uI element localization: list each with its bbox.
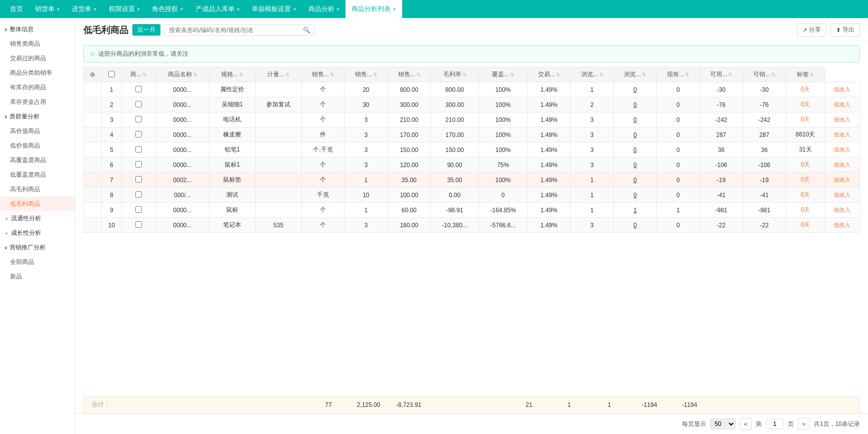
col-tag[interactable]: 标签⇅: [786, 67, 825, 82]
col-coverage[interactable]: 覆盖...⇅: [479, 67, 528, 82]
col-available[interactable]: 可用...⇅: [700, 67, 743, 82]
search-input[interactable]: [169, 27, 303, 34]
views1-link[interactable]: 0: [633, 222, 637, 229]
search-icon[interactable]: 🔍: [303, 27, 310, 34]
sidebar-item-销售类商品[interactable]: 销售类商品: [0, 37, 75, 51]
col-gross-rate[interactable]: 毛利率⇅: [431, 67, 479, 82]
views1-link[interactable]: 0: [633, 162, 637, 169]
col-views1[interactable]: 浏览...⇅: [571, 67, 614, 82]
cell-views2: 0: [656, 173, 700, 188]
sidebar-item-高价值商品[interactable]: 高价值商品: [0, 124, 75, 138]
nav-item-角色授权[interactable]: 角色授权×: [146, 0, 189, 18]
cell-code: 0000...: [155, 142, 209, 158]
sidebar-group-营销推广分析[interactable]: ∨营销推广分析: [0, 240, 75, 255]
nav-item-首页[interactable]: 首页: [4, 0, 29, 18]
nav-close-icon[interactable]: ×: [393, 6, 396, 12]
sidebar-group-类群量分析[interactable]: ∨类群量分析: [0, 109, 75, 124]
nav-close-icon[interactable]: ×: [137, 6, 140, 12]
col-code[interactable]: 商...⇅: [121, 67, 155, 82]
sidebar-item-低毛利商品[interactable]: 低毛利商品: [0, 197, 75, 211]
views1-link[interactable]: 0: [633, 192, 637, 199]
col-settings[interactable]: ⚙: [84, 67, 102, 82]
views1-link[interactable]: 0: [633, 86, 637, 93]
sidebar-item-低覆盖度商品[interactable]: 低覆盖度商品: [0, 168, 75, 182]
sidebar-item-低价值商品[interactable]: 低价值商品: [0, 138, 75, 153]
col-sales-qty[interactable]: 销售...⇅: [301, 67, 344, 82]
row-checkbox[interactable]: [135, 101, 142, 107]
cell-sales-profit: 90.00: [431, 158, 479, 173]
views1-link[interactable]: 0: [633, 131, 637, 138]
nav-close-icon[interactable]: ×: [93, 6, 96, 12]
sidebar-group-整体信息[interactable]: ∨整体信息: [0, 22, 75, 37]
col-sales-amount[interactable]: 销售...⇅: [344, 67, 388, 82]
select-all-checkbox[interactable]: [108, 71, 115, 77]
col-checkbox[interactable]: [102, 67, 122, 82]
nav-close-icon[interactable]: ×: [237, 6, 240, 12]
col-trade-count[interactable]: 交易...⇅: [528, 67, 571, 82]
views1-link[interactable]: 1: [633, 207, 637, 214]
row-checkbox[interactable]: [135, 131, 142, 137]
cell-tag: 低收入: [825, 218, 859, 233]
page-number-input[interactable]: [766, 419, 784, 429]
row-checkbox[interactable]: [135, 206, 142, 213]
cell-views2: 0: [656, 127, 700, 142]
cell-current-stock: -22: [700, 218, 743, 233]
nav-item-商品分析[interactable]: 商品分析×: [302, 0, 345, 18]
row-checkbox[interactable]: [135, 221, 142, 228]
col-name[interactable]: 商品名称⇅: [155, 67, 209, 82]
col-spec[interactable]: 规格...⇅: [209, 67, 255, 82]
views1-link[interactable]: 0: [633, 177, 637, 184]
col-views2[interactable]: 浏览...⇅: [614, 67, 657, 82]
cell-gross-rate: 100%: [479, 82, 528, 97]
row-checkbox[interactable]: [135, 86, 142, 92]
period-button[interactable]: 近一月: [132, 24, 160, 36]
row-checkbox[interactable]: [135, 176, 142, 183]
sidebar-group-成长性分析[interactable]: ＞成长性分析: [0, 226, 75, 240]
sidebar-item-高毛利商品[interactable]: 高毛利商品: [0, 182, 75, 197]
row-checkbox[interactable]: [135, 191, 142, 198]
cell-num: 2: [102, 97, 122, 112]
views1-link[interactable]: 0: [633, 147, 637, 154]
cell-unit: 千克: [301, 188, 344, 203]
next-page-button[interactable]: ＞: [798, 418, 810, 430]
row-checkbox[interactable]: [135, 161, 142, 168]
col-sales-profit[interactable]: 销售...⇅: [388, 67, 431, 82]
col-current-stock[interactable]: 现有...⇅: [656, 67, 700, 82]
sidebar-item-高覆盖度商品[interactable]: 高覆盖度商品: [0, 153, 75, 168]
nav-item-进货单[interactable]: 进货单×: [66, 0, 102, 18]
cell-num: 8: [102, 188, 122, 203]
views1-link[interactable]: 0: [633, 101, 637, 108]
cell-sales-profit: -98.91: [431, 203, 479, 218]
row-checkbox[interactable]: [135, 146, 142, 153]
table-row: 1 0000... 属性定价 个 20 800.00 800.00 100% 1…: [84, 82, 860, 97]
sidebar-item-库存资金占用[interactable]: 库存资金占用: [0, 95, 75, 109]
sidebar-item-新品[interactable]: 新品: [0, 269, 75, 284]
share-button[interactable]: ↗ 分享: [797, 23, 826, 37]
sidebar-item-有库存的商品[interactable]: 有库存的商品: [0, 80, 75, 95]
per-page-select[interactable]: 50 20 100: [710, 418, 736, 429]
nav-item-产成品入库单[interactable]: 产成品入库单×: [190, 0, 246, 18]
nav-item-商品分析列表[interactable]: 商品分析列表×: [345, 0, 402, 18]
col-saleable[interactable]: 可销...⇅: [743, 67, 786, 82]
nav-item-销货单[interactable]: 销货单×: [29, 0, 66, 18]
row-checkbox[interactable]: [135, 116, 142, 122]
nav-close-icon[interactable]: ×: [180, 6, 183, 12]
nav-close-icon[interactable]: ×: [293, 6, 296, 12]
nav-close-icon[interactable]: ×: [336, 6, 339, 12]
per-page-label: 每页显示: [682, 420, 706, 428]
views1-link[interactable]: 0: [633, 116, 637, 123]
prev-page-button[interactable]: ＜: [740, 418, 752, 430]
cell-views2: 0: [656, 112, 700, 127]
export-button[interactable]: ⬆ 导出: [830, 23, 860, 37]
sidebar-item-交易过的商品[interactable]: 交易过的商品: [0, 51, 75, 66]
nav-item-单据模板设置[interactable]: 单据模板设置×: [246, 0, 302, 18]
nav-close-icon[interactable]: ×: [57, 6, 60, 12]
sidebar-item-商品分类助销率[interactable]: 商品分类助销率: [0, 66, 75, 80]
col-unit[interactable]: 计量...⇅: [255, 67, 301, 82]
cell-code: 000/...: [155, 188, 209, 203]
nav-item-权限设置[interactable]: 权限设置×: [103, 0, 146, 18]
cell-sales-amount: 800.00: [388, 82, 431, 97]
sidebar-item-全部商品[interactable]: 全部商品: [0, 255, 75, 269]
sidebar-group-流通性分析[interactable]: ＞流通性分析: [0, 211, 75, 226]
cell-gross-rate: 100%: [479, 173, 528, 188]
